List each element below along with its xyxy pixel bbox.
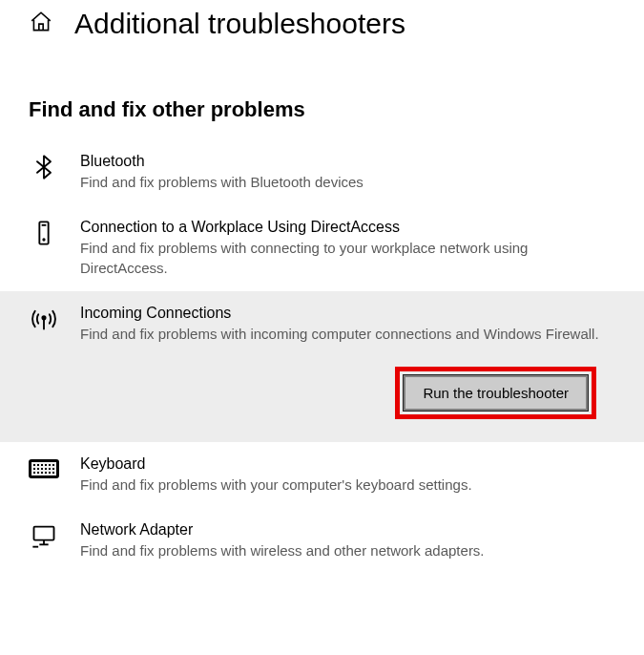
item-desc: Find and fix problems with incoming comp…	[80, 324, 615, 344]
item-desc: Find and fix problems with Bluetooth dev…	[80, 172, 615, 192]
item-desc: Find and fix problems with connecting to…	[80, 238, 615, 278]
svg-rect-5	[34, 527, 54, 540]
network-adapter-icon	[29, 521, 59, 549]
highlight-box: Run the troubleshooter	[395, 367, 596, 419]
item-title: Incoming Connections	[80, 305, 615, 322]
run-troubleshooter-button[interactable]: Run the troubleshooter	[404, 375, 588, 411]
antenna-icon	[29, 305, 59, 332]
troubleshooter-incoming-connections[interactable]: Incoming Connections Find and fix proble…	[0, 291, 644, 442]
item-title: Network Adapter	[80, 521, 615, 539]
page-title: Additional troubleshooters	[74, 8, 405, 40]
troubleshooter-bluetooth[interactable]: Bluetooth Find and fix problems with Blu…	[0, 139, 644, 205]
item-title: Bluetooth	[80, 153, 615, 170]
server-icon	[29, 219, 59, 246]
item-desc: Find and fix problems with your computer…	[80, 475, 615, 495]
section-title: Find and fix other problems	[0, 59, 644, 139]
troubleshooter-list: Bluetooth Find and fix problems with Blu…	[0, 139, 644, 574]
troubleshooter-network-adapter[interactable]: Network Adapter Find and fix problems wi…	[0, 508, 644, 574]
item-desc: Find and fix problems with wireless and …	[80, 540, 615, 560]
svg-point-2	[43, 239, 44, 240]
keyboard-icon	[29, 455, 59, 478]
bluetooth-icon	[29, 153, 59, 180]
header: Additional troubleshooters	[0, 0, 644, 59]
troubleshooter-directaccess[interactable]: Connection to a Workplace Using DirectAc…	[0, 205, 644, 291]
item-title: Connection to a Workplace Using DirectAc…	[80, 219, 615, 236]
home-icon[interactable]	[29, 10, 53, 38]
item-title: Keyboard	[80, 455, 615, 473]
troubleshooter-keyboard[interactable]: Keyboard Find and fix problems with your…	[0, 442, 644, 508]
